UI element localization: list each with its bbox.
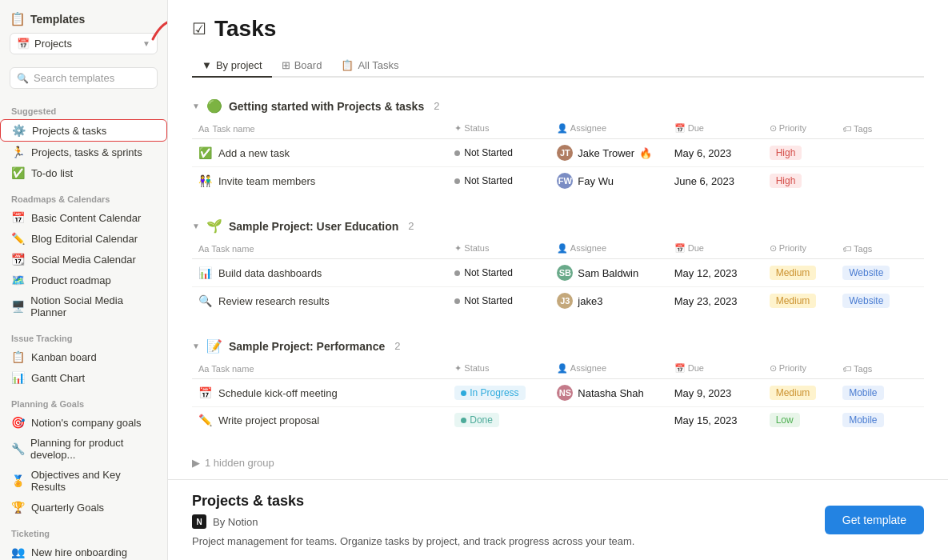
- notion-logo: N: [192, 514, 206, 529]
- roadmaps-section: Roadmaps & Calendars 📅 Basic Content Cal…: [0, 191, 167, 322]
- planning-icon: 🔧: [11, 442, 24, 455]
- search-icon: 🔍: [17, 73, 29, 84]
- planning-goals-section: Planning & Goals 🎯 Notion's company goal…: [0, 396, 167, 518]
- table-row: ✅ Add a new task Not Started: [192, 139, 924, 167]
- sidebar-item-gantt-chart[interactable]: 📊 Gantt Chart: [0, 367, 167, 388]
- task-status-cell: Not Started: [448, 287, 550, 315]
- sidebar-item-to-do-list[interactable]: ✅ To-do list: [0, 162, 167, 183]
- task-assignee-cell: J3 jake3: [550, 287, 667, 315]
- project-user-education: ▼ 🌱 Sample Project: User Education 2 Aa …: [192, 214, 924, 314]
- tab-by-project[interactable]: ▼ By project: [192, 54, 272, 78]
- project-getting-started-icon: 🟢: [206, 98, 222, 114]
- project-performance-icon: 📝: [206, 338, 222, 354]
- col-header-assignee: 👤 Assignee: [550, 118, 667, 139]
- search-input[interactable]: [34, 72, 150, 84]
- task-name-cell: ✏️ Write project proposal: [192, 407, 448, 434]
- projects-dropdown[interactable]: 📅 Projects ▼: [10, 33, 158, 54]
- planning-goals-label: Planning & Goals: [0, 396, 167, 412]
- col-header-tags: 🏷 Tags: [836, 358, 924, 379]
- table-row: ✏️ Write project proposal Done May 15, 2…: [192, 407, 924, 434]
- sidebar-item-new-hire-onboarding[interactable]: 👥 New hire onboarding: [0, 542, 167, 560]
- sidebar-title: 📋 Templates: [10, 11, 158, 26]
- sidebar-item-quarterly-goals[interactable]: 🏆 Quarterly Goals: [0, 497, 167, 518]
- col-header-tags: 🏷 Tags: [836, 118, 924, 139]
- col-header-name: Aa Task name: [192, 238, 448, 259]
- bottom-bar: Projects & tasks N By Notion Project man…: [168, 479, 948, 560]
- bottom-bar-meta: N By Notion: [192, 514, 634, 529]
- task-due-cell: May 12, 2023: [668, 259, 763, 287]
- task-priority-cell: Medium: [763, 287, 837, 315]
- status-dot: [454, 150, 460, 156]
- task-name-cell: 📊 Build data dashboards: [192, 259, 448, 287]
- sidebar-item-product-roadmap[interactable]: 🗺️ Product roadmap: [0, 270, 167, 290]
- status-dot: [454, 178, 460, 184]
- task-tags-cell: Mobile: [836, 407, 924, 434]
- task-tags-cell: Mobile: [836, 379, 924, 407]
- task-priority-cell: Medium: [763, 379, 837, 407]
- project-performance: ▼ 📝 Sample Project: Performance 2 Aa Tas…: [192, 334, 924, 433]
- roadmaps-label: Roadmaps & Calendars: [0, 191, 167, 207]
- col-header-due: 📅 Due: [668, 118, 763, 139]
- user-education-table: Aa Task name ✦ Status 👤 Assignee 📅 Due ⊙…: [192, 238, 924, 314]
- tab-board[interactable]: ⊞ Board: [272, 54, 332, 78]
- task-due-cell: May 23, 2023: [668, 287, 763, 315]
- sidebar-item-notions-company-goals[interactable]: 🎯 Notion's company goals: [0, 412, 167, 433]
- task-assignee-cell: SB Sam Baldwin: [550, 259, 667, 287]
- avatar: FW: [557, 173, 573, 189]
- sidebar-item-projects-tasks-sprints[interactable]: 🏃 Projects, tasks & sprints: [0, 142, 167, 162]
- page-title-row: ☑ Tasks: [192, 16, 924, 42]
- task-name-cell: 📅 Schedule kick-off meeting: [192, 379, 448, 407]
- collapse-arrow: ▼: [192, 102, 200, 110]
- tab-all-tasks[interactable]: 📋 All Tasks: [331, 54, 408, 78]
- task-priority-cell: Low: [763, 407, 837, 434]
- sidebar-item-notion-social-media-planner[interactable]: 🖥️ Notion Social Media Planner: [0, 290, 167, 322]
- status-dot: [461, 418, 466, 423]
- by-project-icon: ▼: [202, 59, 212, 71]
- project-getting-started: ▼ 🟢 Getting started with Projects & task…: [192, 94, 924, 194]
- search-box: 🔍: [10, 67, 158, 89]
- task-name-cell: 👫 Invite team members: [192, 167, 448, 195]
- col-header-assignee: 👤 Assignee: [550, 358, 667, 379]
- avatar: NS: [557, 385, 573, 401]
- project-user-education-header[interactable]: ▼ 🌱 Sample Project: User Education 2: [192, 214, 924, 238]
- board-icon: ⊞: [282, 59, 290, 71]
- page-title-icon: ☑: [192, 19, 206, 38]
- sidebar-item-kanban-board[interactable]: 📋 Kanban board: [0, 346, 167, 367]
- task-tags-cell: Website: [836, 287, 924, 315]
- col-header-name: Aa Task name: [192, 358, 448, 379]
- col-header-priority: ⊙ Priority: [763, 118, 837, 139]
- hidden-group[interactable]: ▶ 1 hidden group: [192, 452, 924, 474]
- task-status-cell: Not Started: [448, 139, 550, 167]
- task-assignee-cell: JT Jake Trower 🔥: [550, 139, 667, 167]
- bottom-bar-info: Projects & tasks N By Notion Project man…: [192, 493, 634, 547]
- task-name-cell: ✅ Add a new task: [192, 139, 448, 167]
- basic-calendar-icon: 📅: [11, 211, 25, 224]
- project-getting-started-header[interactable]: ▼ 🟢 Getting started with Projects & task…: [192, 94, 924, 118]
- get-template-button[interactable]: Get template: [825, 506, 924, 534]
- project-user-education-icon: 🌱: [206, 218, 222, 234]
- sidebar-item-objectives-key-results[interactable]: 🏅 Objectives and Key Results: [0, 465, 167, 497]
- sidebar-item-blog-editorial-calendar[interactable]: ✏️ Blog Editorial Calendar: [0, 228, 167, 249]
- roadmap-icon: 🗺️: [11, 274, 25, 286]
- task-assignee-cell: [550, 407, 667, 434]
- col-header-status: ✦ Status: [448, 358, 550, 379]
- col-header-status: ✦ Status: [448, 118, 550, 139]
- sidebar-item-basic-content-calendar[interactable]: 📅 Basic Content Calendar: [0, 207, 167, 228]
- sidebar: 📋 Templates 📅 Projects ▼ 🔍 Suggested ⚙️ …: [0, 0, 168, 560]
- main-content: ☑ Tasks ▼ By project ⊞ Board 📋 All Tasks…: [168, 0, 948, 479]
- task-due-cell: May 15, 2023: [668, 407, 763, 434]
- col-header-name: Aa Task name: [192, 118, 448, 139]
- sprints-icon: 🏃: [11, 146, 25, 158]
- suggested-label: Suggested: [0, 103, 167, 119]
- task-due-cell: May 6, 2023: [668, 139, 763, 167]
- project-performance-header[interactable]: ▼ 📝 Sample Project: Performance 2: [192, 334, 924, 358]
- sidebar-item-social-media-calendar[interactable]: 📆 Social Media Calendar: [0, 249, 167, 270]
- sidebar-item-planning-product-develop[interactable]: 🔧 Planning for product develop...: [0, 433, 167, 465]
- issue-tracking-section: Issue Tracking 📋 Kanban board 📊 Gantt Ch…: [0, 330, 167, 388]
- tabs-bar: ▼ By project ⊞ Board 📋 All Tasks: [192, 54, 924, 78]
- task-status-cell: Not Started: [448, 167, 550, 195]
- col-header-tags: 🏷 Tags: [836, 238, 924, 259]
- sidebar-item-projects-tasks[interactable]: ⚙️ Projects & tasks: [0, 119, 167, 142]
- bottom-bar-row: Projects & tasks N By Notion Project man…: [192, 493, 924, 547]
- ticketing-label: Ticketing: [0, 526, 167, 542]
